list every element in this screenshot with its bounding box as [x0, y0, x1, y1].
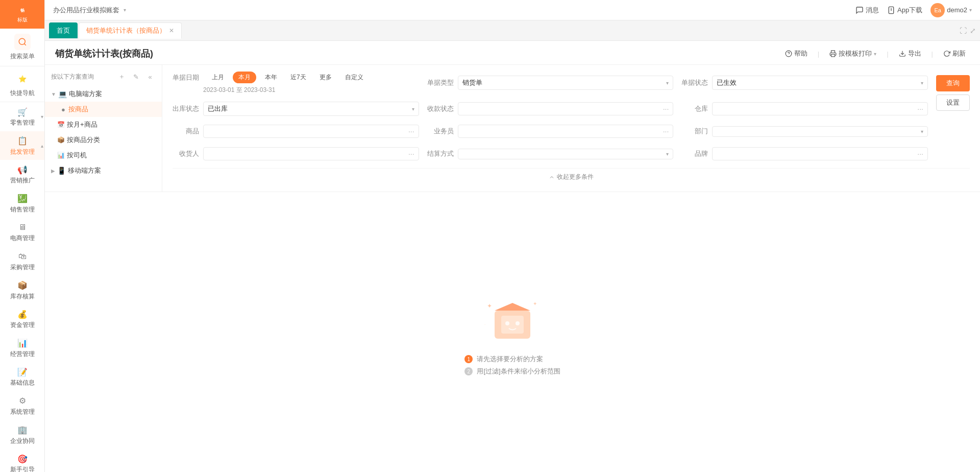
app-dropdown-arrow[interactable]: ▾: [124, 7, 126, 13]
out-status-select[interactable]: 已出库 ▾: [203, 102, 419, 116]
retail-arrow: ▾: [41, 114, 43, 120]
scheme-edit-icon[interactable]: ✎: [130, 71, 141, 82]
svg-point-12: [516, 321, 520, 325]
doc-status-select[interactable]: 已生效 ▾: [712, 76, 928, 90]
sidebar-item-system[interactable]: ⚙ 系统管理: [0, 391, 44, 420]
quick-nav-item[interactable]: ⭐ 快捷导航: [0, 66, 44, 102]
sidebar: 畅 标版 搜索菜单 ⭐ 快捷导航 🛒 零售管理 ▾ 📋 批发管理 ▴ 📢 营销推…: [0, 0, 45, 472]
page-content: 销货单统计计表(按商品) 帮助 | 按模板打印 ▾ | 导出 |: [45, 41, 980, 472]
salesperson-select[interactable]: ···: [458, 125, 674, 138]
doc-status-label: 单据状态: [681, 78, 712, 87]
settlement-select[interactable]: ▾: [458, 149, 674, 159]
scheme-item-by-cashier[interactable]: 📊 按司机: [45, 148, 162, 163]
settlement-dropdown-icon: ▾: [666, 151, 669, 157]
out-status-value: 已出库: [208, 104, 410, 113]
purchase-icon: 🛍: [17, 251, 28, 262]
refresh-icon: [943, 50, 950, 57]
sidebar-item-basic[interactable]: 📝 基础信息: [0, 362, 44, 391]
sidebar-item-inventory[interactable]: 📦 库存核算: [0, 276, 44, 305]
date-this-month[interactable]: 本月: [233, 72, 256, 83]
date-last-month[interactable]: 上月: [207, 71, 229, 84]
scheme-item-by-product[interactable]: ● 按商品: [45, 102, 162, 117]
scheme-group-mobile-header[interactable]: ▶ 📱 移动端方案: [45, 163, 162, 178]
sidebar-item-retail[interactable]: 🛒 零售管理 ▾: [0, 102, 44, 131]
export-btn[interactable]: 导出: [895, 47, 925, 60]
tab-sales-stat[interactable]: 销货单统计计表（按商品） ✕: [79, 22, 182, 39]
product-select[interactable]: ···: [203, 125, 419, 138]
app-download-btn[interactable]: App下载: [887, 6, 922, 15]
sidebar-item-enterprise[interactable]: 🏢 企业协同: [0, 420, 44, 450]
operation-icon: 📊: [17, 338, 28, 349]
hint2-text: 用[过滤]条件来缩小分析范围: [477, 367, 560, 376]
scheme-group-desktop-header[interactable]: ▼ 💻 电脑端方案: [45, 86, 162, 102]
by-product-label: 按商品: [68, 105, 88, 114]
cashier-icon: 📊: [57, 152, 65, 159]
date-more[interactable]: 更多: [315, 71, 336, 84]
message-btn[interactable]: 消息: [855, 6, 879, 15]
scheme-add-icon[interactable]: ＋: [116, 71, 127, 82]
print-btn[interactable]: 按模板打印 ▾: [825, 47, 880, 60]
sidebar-item-wholesale[interactable]: 📋 批发管理 ▴: [0, 131, 44, 160]
scheme-panel: 按以下方案查询 ＋ ✎ « ▼ 💻 电脑端方案 ●: [45, 65, 162, 192]
help-btn[interactable]: 帮助: [781, 47, 812, 60]
doc-status-value: 已生效: [717, 78, 919, 87]
hint2-dot: 2: [464, 367, 473, 375]
brand-select[interactable]: ···: [712, 147, 928, 160]
refresh-btn[interactable]: 刷新: [939, 47, 970, 60]
filter-settlement-field: 结算方式 ▾: [427, 146, 674, 162]
settings-button[interactable]: 设置: [936, 95, 970, 111]
warehouse-select[interactable]: ···: [712, 102, 928, 115]
category-icon: 📦: [57, 136, 65, 144]
filter-salesperson-field: 业务员 ···: [427, 123, 674, 139]
user-area[interactable]: Ea demo2 ▾: [930, 3, 972, 17]
tab-fullscreen-icon[interactable]: ⤢: [970, 27, 976, 35]
scheme-group-desktop: ▼ 💻 电脑端方案 ● 按商品 📅 按月+商品 📦 按商品分类: [45, 86, 162, 163]
sidebar-item-marketing[interactable]: 📢 营销推广: [0, 160, 44, 189]
doc-type-control: 销货单 ▾: [458, 76, 674, 90]
finance-icon: 💰: [17, 309, 28, 320]
sidebar-item-purchase[interactable]: 🛍 采购管理: [0, 247, 44, 276]
tab-close-icon[interactable]: ✕: [169, 27, 174, 34]
payment-dots-icon[interactable]: ···: [663, 105, 669, 113]
ecommerce-label: 电商管理: [10, 234, 35, 243]
sidebar-item-operation[interactable]: 📊 经营管理: [0, 334, 44, 363]
scheme-collapse-icon[interactable]: «: [144, 71, 156, 82]
retail-icon: 🛒: [17, 106, 28, 117]
date-custom[interactable]: 自定义: [340, 71, 368, 84]
payment-status-select[interactable]: ···: [458, 102, 674, 115]
consignee-dots-icon[interactable]: ···: [408, 150, 414, 158]
consignee-select[interactable]: ···: [203, 147, 419, 160]
salesperson-dots-icon[interactable]: ···: [663, 127, 669, 135]
department-select[interactable]: ▾: [712, 126, 928, 137]
tab-home[interactable]: 首页: [49, 22, 78, 38]
warehouse-dots-icon[interactable]: ···: [917, 105, 923, 113]
query-button[interactable]: 查询: [936, 75, 970, 91]
out-status-dropdown-icon: ▾: [412, 106, 414, 112]
filter-warehouse-field: 仓库 ···: [681, 101, 928, 117]
sidebar-item-newbie[interactable]: 🎯 新手引导: [0, 449, 44, 472]
product-dots-icon[interactable]: ···: [408, 127, 414, 135]
brand-dots-icon[interactable]: ···: [917, 150, 923, 158]
collapse-bar[interactable]: 收起更多条件: [173, 168, 970, 185]
by-category-label: 按商品分类: [67, 135, 100, 145]
sidebar-item-ecommerce[interactable]: 🖥 电商管理: [0, 218, 44, 247]
date-7days[interactable]: 近7天: [286, 71, 311, 84]
filter-date-field: 单据日期 上月 本月 本年 近7天 更多 自定义: [173, 71, 419, 95]
sidebar-search-item[interactable]: 搜索菜单: [0, 29, 44, 66]
quick-nav-icon: ⭐: [14, 70, 31, 87]
filter-doc-type-field: 单据类型 销货单 ▾: [427, 75, 674, 91]
scheme-item-by-month-product[interactable]: 📅 按月+商品: [45, 117, 162, 132]
search-label: 搜索菜单: [10, 52, 35, 61]
doc-type-select[interactable]: 销货单 ▾: [458, 76, 674, 90]
print-dropdown-arrow[interactable]: ▾: [874, 51, 876, 57]
date-options: 上月 本月 本年 近7天 更多 自定义: [207, 71, 368, 84]
date-this-year[interactable]: 本年: [260, 71, 282, 84]
tab-maximize-icon[interactable]: ⛶: [960, 27, 967, 35]
sidebar-item-sales[interactable]: 💹 销售管理: [0, 189, 44, 218]
doc-status-control: 已生效 ▾: [712, 76, 928, 90]
newbie-icon: 🎯: [17, 453, 28, 464]
search-icon[interactable]: [14, 34, 31, 50]
scheme-item-by-category[interactable]: 📦 按商品分类: [45, 132, 162, 148]
doc-status-dropdown-icon: ▾: [921, 80, 923, 86]
sidebar-item-finance[interactable]: 💰 资金管理: [0, 304, 44, 334]
